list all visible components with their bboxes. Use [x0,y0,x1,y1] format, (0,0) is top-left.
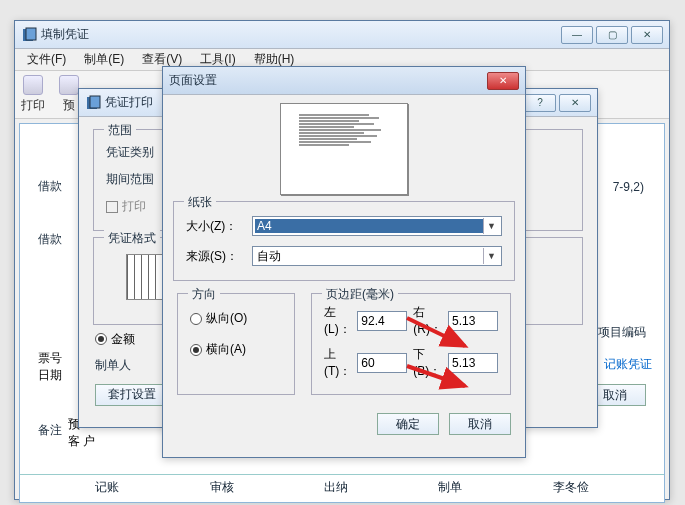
print-close-button[interactable]: ✕ [559,94,591,112]
app-icon [85,95,101,111]
foot-cash: 出纳 [324,479,348,496]
type-label: 凭证类别 [106,144,166,161]
voucher-link[interactable]: 记账凭证 [604,356,652,373]
close-button[interactable]: ✕ [631,26,663,44]
main-title: 填制凭证 [41,26,561,43]
page-setup-dialog: 页面设置 ✕ 纸张 大小(Z)： A4 ▼ 来源(S)： 自动 ▼ 方向 纵向(… [162,66,526,458]
paper-legend: 纸张 [184,194,216,211]
right-label: 右(R)： [413,304,442,338]
setprint-button[interactable]: 套打设置 [95,384,169,406]
menu-make[interactable]: 制单(E) [76,49,132,70]
range-legend: 范围 [104,122,136,139]
cancel-button[interactable]: 取消 [449,413,511,435]
footer-bar: 记账 审核 出纳 制单 李冬俭 [20,474,664,500]
memo-label: 备注 [38,422,62,444]
menu-file[interactable]: 文件(F) [19,49,74,70]
bottom-input[interactable] [448,353,498,373]
page-title: 页面设置 [169,72,487,89]
size-label: 大小(Z)： [186,218,252,235]
top-input[interactable] [357,353,407,373]
period-label: 期间范围 [106,171,166,188]
svg-rect-3 [90,96,100,108]
source-label: 来源(S)： [186,248,252,265]
range-code: 7-9,2) [613,180,644,194]
cust-b: 客 户 [68,433,95,450]
tool-preview[interactable]: 预 [59,75,79,114]
app-icon [21,27,37,43]
billno-label: 票号 [38,351,62,365]
left-input[interactable] [357,311,407,331]
preview-icon [59,75,79,95]
printer-icon [23,75,43,95]
source-select[interactable]: 自动 ▼ [252,246,502,266]
page-close-button[interactable]: ✕ [487,72,519,90]
bottom-label: 下(B)： [413,346,442,380]
maker-label: 制单人 [95,357,155,374]
size-select[interactable]: A4 ▼ [252,216,502,236]
right-input[interactable] [448,311,498,331]
main-titlebar: 填制凭证 — ▢ ✕ [15,21,669,49]
foot-audit: 审核 [210,479,234,496]
foot-post: 记账 [95,479,119,496]
page-titlebar: 页面设置 ✕ [163,67,525,95]
paper-fieldset: 纸张 大小(Z)： A4 ▼ 来源(S)： 自动 ▼ [173,201,515,281]
orient-legend: 方向 [188,286,220,303]
orient-fieldset: 方向 纵向(O) 横向(A) [177,293,295,395]
page-preview [280,103,408,195]
foot-name[interactable]: 李冬俭 [553,479,589,496]
margin-fieldset: 页边距(毫米) 左(L)： 右(R)： 上(T)： 下(B)： [311,293,511,395]
top-label: 上(T)： [324,346,351,380]
date-label: 日期 [38,368,62,382]
left-label: 左(L)： [324,304,351,338]
print-checkbox[interactable]: 打印 [106,198,146,215]
margin-legend: 页边距(毫米) [322,286,398,303]
minimize-button[interactable]: — [561,26,593,44]
format-legend: 凭证格式 [104,230,160,247]
maximize-button[interactable]: ▢ [596,26,628,44]
print-help-button[interactable]: ? [524,94,556,112]
ok-button[interactable]: 确定 [377,413,439,435]
chevron-down-icon: ▼ [483,248,499,264]
landscape-radio[interactable]: 横向(A) [190,341,246,358]
amount-radio[interactable]: 金额 [95,331,135,348]
chevron-down-icon: ▼ [483,218,499,234]
tool-print[interactable]: 打印 [21,75,45,114]
proj-label: 项目编码 [598,324,646,341]
foot-make: 制单 [438,479,462,496]
svg-rect-1 [26,28,36,40]
portrait-radio[interactable]: 纵向(O) [190,310,247,327]
